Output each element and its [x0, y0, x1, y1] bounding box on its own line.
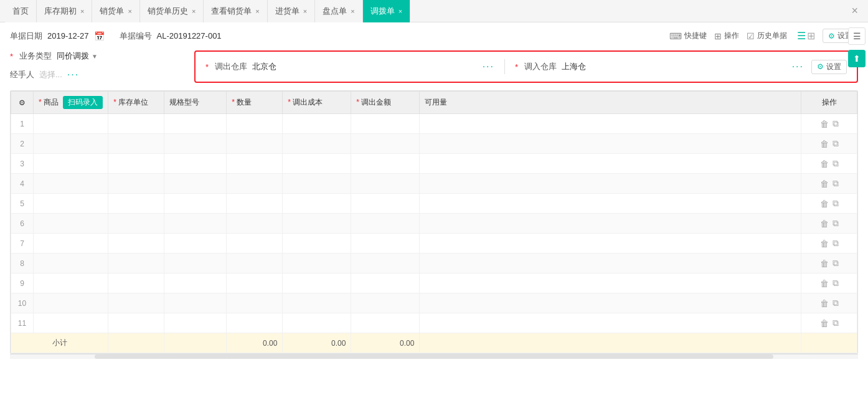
row-available[interactable] — [420, 194, 801, 214]
row-spec[interactable] — [164, 254, 227, 274]
row-cost[interactable] — [283, 194, 351, 214]
tab-sales-order[interactable]: 销货单 × — [92, 0, 139, 22]
row-available[interactable] — [420, 154, 801, 174]
delete-icon[interactable]: 🗑 — [820, 219, 829, 229]
copy-icon[interactable]: ⧉ — [833, 298, 839, 308]
row-qty[interactable] — [227, 114, 283, 134]
row-amount[interactable] — [351, 114, 420, 134]
delete-icon[interactable]: 🗑 — [820, 119, 829, 129]
row-available[interactable] — [420, 134, 801, 154]
tab-transfer-close[interactable]: × — [399, 7, 402, 15]
row-cost[interactable] — [283, 274, 351, 293]
delete-icon[interactable]: 🗑 — [820, 179, 829, 189]
warehouse-out-more-icon[interactable]: ··· — [483, 61, 494, 72]
row-unit[interactable] — [108, 194, 164, 214]
tab-purchase-close[interactable]: × — [303, 7, 307, 15]
delete-icon[interactable]: 🗑 — [820, 159, 829, 169]
tab-inventory-init-close[interactable]: × — [80, 7, 84, 15]
row-spec[interactable] — [164, 134, 227, 154]
row-cost[interactable] — [283, 254, 351, 274]
row-available[interactable] — [420, 274, 801, 293]
row-qty[interactable] — [227, 313, 283, 333]
view-grid-icon[interactable]: ⊞ — [807, 30, 815, 42]
tab-transfer[interactable]: 调拨单 × — [363, 0, 410, 22]
warehouse-in-more-icon[interactable]: ··· — [792, 61, 804, 72]
tab-inventory-init[interactable]: 库存期初 × — [37, 0, 92, 22]
row-cost[interactable] — [283, 214, 351, 234]
tab-view-sales[interactable]: 查看销货单 × — [204, 0, 267, 22]
warehouse-out-value[interactable]: 北京仓 — [252, 61, 276, 72]
row-product[interactable] — [34, 214, 108, 234]
row-amount[interactable] — [351, 254, 420, 274]
row-amount[interactable] — [351, 293, 420, 313]
tab-bar-close-button[interactable]: × — [846, 4, 863, 17]
row-unit[interactable] — [108, 274, 164, 293]
row-spec[interactable] — [164, 174, 227, 194]
row-cost[interactable] — [283, 313, 351, 333]
row-amount[interactable] — [351, 313, 420, 333]
row-qty[interactable] — [227, 274, 283, 293]
row-cost[interactable] — [283, 134, 351, 154]
row-available[interactable] — [420, 214, 801, 234]
row-product[interactable] — [34, 114, 108, 134]
row-unit[interactable] — [108, 114, 164, 134]
copy-icon[interactable]: ⧉ — [833, 158, 839, 169]
tab-sales-history[interactable]: 销货单历史 × — [140, 0, 204, 22]
horizontal-scrollbar[interactable] — [10, 354, 858, 359]
history-action[interactable]: ☑ 历史单据 — [747, 31, 787, 41]
tab-purchase[interactable]: 进货单 × — [268, 0, 315, 22]
row-amount[interactable] — [351, 214, 420, 234]
view-list-icon[interactable]: ☰ — [797, 30, 806, 42]
row-product[interactable] — [34, 154, 108, 174]
row-spec[interactable] — [164, 214, 227, 234]
delete-icon[interactable]: 🗑 — [820, 259, 829, 269]
tab-sales-history-close[interactable]: × — [192, 7, 196, 15]
row-spec[interactable] — [164, 274, 227, 293]
row-available[interactable] — [420, 234, 801, 254]
row-available[interactable] — [420, 114, 801, 134]
row-unit[interactable] — [108, 174, 164, 194]
row-spec[interactable] — [164, 114, 227, 134]
copy-icon[interactable]: ⧉ — [833, 138, 839, 149]
handler-select[interactable]: 选择... — [39, 69, 62, 80]
scrollbar-track[interactable] — [95, 355, 773, 359]
shortcut-action[interactable]: ⌨ 快捷键 — [669, 31, 707, 41]
col-gear[interactable]: ⚙ — [11, 92, 34, 114]
row-qty[interactable] — [227, 234, 283, 254]
row-product[interactable] — [34, 293, 108, 313]
row-product[interactable] — [34, 254, 108, 274]
row-product[interactable] — [34, 234, 108, 254]
business-type-dropdown[interactable]: 同价调拨 ▼ — [57, 50, 98, 62]
row-spec[interactable] — [164, 154, 227, 174]
delete-icon[interactable]: 🗑 — [820, 278, 829, 288]
row-product[interactable] — [34, 134, 108, 154]
row-amount[interactable] — [351, 234, 420, 254]
table-gear-icon[interactable]: ⚙ — [19, 98, 26, 107]
row-unit[interactable] — [108, 134, 164, 154]
row-cost[interactable] — [283, 234, 351, 254]
row-qty[interactable] — [227, 154, 283, 174]
tab-home[interactable]: 首页 — [5, 0, 37, 22]
operation-action[interactable]: ⊞ 操作 — [714, 31, 739, 41]
copy-icon[interactable]: ⧉ — [833, 218, 839, 229]
row-spec[interactable] — [164, 313, 227, 333]
row-qty[interactable] — [227, 174, 283, 194]
row-amount[interactable] — [351, 194, 420, 214]
calendar-icon[interactable]: 📅 — [94, 31, 105, 41]
copy-icon[interactable]: ⧉ — [833, 238, 839, 249]
date-value[interactable]: 2019-12-27 — [47, 31, 89, 40]
warehouse-setting-button[interactable]: ⚙ 设置 — [811, 60, 847, 74]
scan-button[interactable]: 扫码录入 — [63, 96, 103, 109]
row-unit[interactable] — [108, 154, 164, 174]
row-amount[interactable] — [351, 174, 420, 194]
delete-icon[interactable]: 🗑 — [820, 298, 829, 308]
copy-icon[interactable]: ⧉ — [833, 278, 839, 288]
row-product[interactable] — [34, 274, 108, 293]
tab-sales-order-close[interactable]: × — [128, 7, 131, 15]
row-unit[interactable] — [108, 293, 164, 313]
warehouse-in-value[interactable]: 上海仓 — [562, 61, 586, 72]
sidebar-export-icon[interactable]: ⬆ — [848, 50, 866, 67]
copy-icon[interactable]: ⧉ — [833, 178, 839, 189]
row-cost[interactable] — [283, 293, 351, 313]
sidebar-list-icon[interactable]: ☰ — [848, 27, 866, 45]
